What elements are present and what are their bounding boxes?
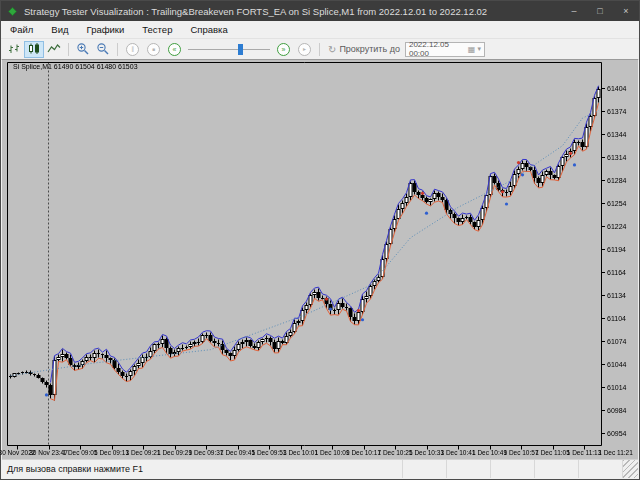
price-tick-label: 60954 — [601, 429, 626, 438]
price-tick-label: 61254 — [601, 199, 626, 208]
app-icon — [7, 6, 18, 17]
price-tick-label: 61014 — [601, 383, 626, 392]
price-tick-label: 61284 — [601, 176, 626, 185]
time-tick-label: 1 Dec 10:49 — [472, 449, 507, 456]
skip-button[interactable]: ▸ — [298, 43, 311, 56]
price-tick-label: 61194 — [601, 245, 626, 254]
price-tick-mark — [601, 433, 605, 434]
price-tick-mark — [601, 410, 605, 411]
menu-item-view[interactable]: Вид — [42, 21, 77, 38]
toolbar-separator — [319, 43, 320, 56]
time-tick-label: 1 Dec 11:13 — [567, 449, 602, 456]
time-tick-label: 1 Dec 09:53 — [251, 449, 286, 456]
zoom-out-icon — [96, 42, 110, 56]
pause-button[interactable]: ∥ — [126, 43, 139, 56]
chart-canvas[interactable] — [7, 60, 603, 462]
status-pane — [534, 460, 578, 478]
stop-button[interactable]: ■ — [147, 43, 160, 56]
status-pane — [578, 460, 622, 478]
title-bar[interactable]: Strategy Tester Visualization : Trailing… — [1, 1, 639, 21]
time-tick-label: 1 Dec 11:05 — [535, 449, 570, 456]
toolbar-separator — [68, 43, 69, 56]
scroll-to-date-input[interactable]: 2022.12.05 00:00 ▦ ▾ — [405, 42, 485, 57]
price-tick-mark — [601, 157, 605, 158]
price-tick-mark — [601, 318, 605, 319]
speed-slider[interactable] — [188, 43, 270, 56]
price-tick-mark — [601, 88, 605, 89]
price-tick-label: 61134 — [601, 291, 626, 300]
bars-chart-icon — [7, 42, 21, 56]
price-tick-mark — [601, 295, 605, 296]
candlestick-chart-button[interactable] — [24, 41, 44, 58]
price-tick-label: 61104 — [601, 314, 626, 323]
menu-item-file[interactable]: Файл — [1, 21, 42, 38]
price-tick-label: 61344 — [601, 130, 626, 139]
price-tick-mark — [601, 134, 605, 135]
speed-slider-track — [188, 49, 270, 50]
candlestick-chart-icon — [27, 42, 41, 56]
resize-grip[interactable] — [622, 460, 638, 478]
scroll-to-date-value: 2022.12.05 00:00 — [409, 40, 468, 58]
slower-icon: « — [173, 46, 177, 53]
menu-item-help[interactable]: Справка — [181, 21, 236, 38]
speed-slider-handle[interactable] — [238, 44, 243, 55]
price-tick-mark — [601, 180, 605, 181]
line-chart-icon — [47, 42, 61, 56]
line-chart-button[interactable] — [44, 41, 64, 58]
price-tick-mark — [601, 364, 605, 365]
time-tick-label: 1 Dec 09:37 — [188, 449, 223, 456]
faster-button[interactable]: » — [277, 43, 290, 56]
menu-item-tester[interactable]: Тестер — [133, 21, 181, 38]
skip-icon: ▸ — [303, 46, 306, 52]
price-tick-mark — [601, 249, 605, 250]
time-tick-label: 1 Dec 10:17 — [346, 449, 381, 456]
status-bar: Для вызова справки нажмите F1 — [2, 459, 638, 478]
time-tick-label: 1 Dec 10:01 — [283, 449, 318, 456]
price-tick-label: 61044 — [601, 360, 626, 369]
status-help-text: Для вызова справки нажмите F1 — [2, 460, 402, 478]
price-tick-mark — [601, 272, 605, 273]
zoom-out-button[interactable] — [93, 41, 113, 58]
price-tick-mark — [601, 226, 605, 227]
time-tick-label: 1 Dec 09:45 — [220, 449, 255, 456]
close-button[interactable]: × — [613, 1, 639, 21]
zoom-in-button[interactable] — [73, 41, 93, 58]
window-title: Strategy Tester Visualization : Trailing… — [24, 6, 561, 17]
time-tick-label: 1 Dec 10:25 — [377, 449, 412, 456]
zoom-in-icon — [76, 42, 90, 56]
time-tick-label: 1 Dec 10:41 — [440, 449, 475, 456]
price-tick-mark — [601, 203, 605, 204]
price-tick-label: 61314 — [601, 153, 626, 162]
time-tick-label: 1 Dec 11:21 — [598, 449, 633, 456]
time-tick-label: 1 Dec 10:33 — [409, 449, 444, 456]
scroll-to-icon: ↻ — [328, 44, 336, 55]
status-pane — [490, 460, 534, 478]
chevron-down-icon: ▾ — [477, 45, 481, 53]
strategy-tester-window: Strategy Tester Visualization : Trailing… — [0, 0, 640, 480]
price-tick-mark — [601, 387, 605, 388]
bars-chart-button[interactable] — [4, 41, 24, 58]
time-tick-label: 1 Dec 10:57 — [503, 449, 538, 456]
price-tick-label: 61074 — [601, 337, 626, 346]
maximize-button[interactable]: □ — [587, 1, 613, 21]
calendar-icon: ▦ — [468, 45, 476, 54]
menu-item-charts[interactable]: Графики — [78, 21, 134, 38]
price-tick-label: 61224 — [601, 222, 626, 231]
price-tick-label: 61164 — [601, 268, 626, 277]
time-tick-label: 1 Dec 09:29 — [157, 449, 192, 456]
time-tick-label: 1 Dec 09:05 — [62, 449, 97, 456]
time-tick-label: 1 Dec 09:13 — [94, 449, 129, 456]
stop-icon: ■ — [152, 47, 155, 52]
scroll-to-label: Прокрутить до — [339, 44, 400, 54]
minimize-button[interactable]: – — [561, 1, 587, 21]
slower-button[interactable]: « — [168, 43, 181, 56]
price-tick-label: 60984 — [601, 406, 626, 415]
price-tick-mark — [601, 111, 605, 112]
price-tick-mark — [601, 341, 605, 342]
faster-icon: » — [282, 46, 286, 53]
menu-bar: Файл Вид Графики Тестер Справка — [1, 21, 639, 38]
price-scale[interactable]: 6140461374613446131461284612546122461194… — [601, 60, 640, 462]
symbol-ohlc-line: Si Splice,M1 61490 61504 61480 61503 — [13, 63, 138, 70]
toolbar-separator — [117, 43, 118, 56]
status-pane — [446, 460, 490, 478]
